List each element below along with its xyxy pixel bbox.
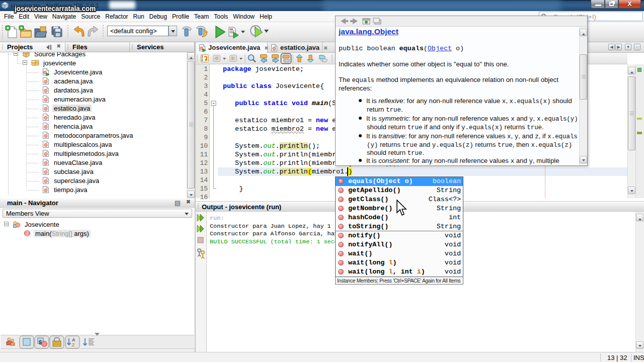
svg-text:A: A (72, 337, 75, 342)
svg-text:Z: Z (72, 342, 75, 347)
